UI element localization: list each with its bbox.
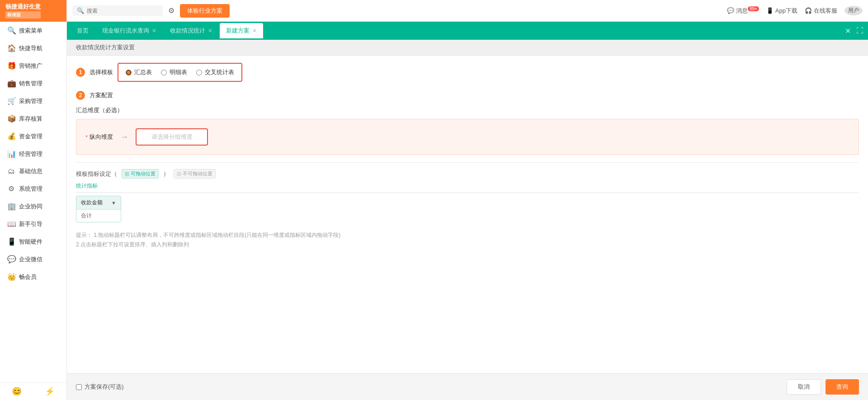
sidebar-item-basic-info[interactable]: 🗂基础信息 [0,163,66,180]
expand-icon[interactable]: ⛶ [855,26,864,36]
template-select-box: 汇总表 明细表 交叉统计表 [118,63,242,82]
sidebar-items-container: 🔍搜索菜单🏠快捷导航🎁营销推广💼销售管理🛒采购管理📦库存核算💰资金管理📊经营管理… [0,22,66,286]
sidebar-icon-enterprise: 🏢 [7,202,15,211]
sidebar-label-marketing: 营销推广 [19,62,42,70]
industry-btn[interactable]: 体验行业方案 [180,4,230,18]
app-download-btn[interactable]: 📱 App下载 [766,7,797,15]
tab-close-receipt-stats[interactable]: ✕ [208,28,212,34]
sidebar-icon-guide: 📖 [7,220,15,228]
sidebar-item-sales[interactable]: 💼销售管理 [0,75,66,92]
online-service-btn[interactable]: 🎧 在线客服 [805,7,837,15]
vertical-dim-label: * 纵向维度 [85,133,113,141]
tab-close-bank-flow[interactable]: ✕ [152,28,156,34]
sidebar-label-member: 畅会员 [19,273,37,281]
sidebar-item-wechat[interactable]: 💬企业微信 [0,250,66,268]
dimension-sub-title: 汇总维度（必选） [76,106,859,114]
close-window-icon[interactable]: ✕ [844,26,852,36]
sidebar-item-search[interactable]: 🔍搜索菜单 [0,22,66,39]
app-icon: 📱 [766,7,774,14]
sidebar-label-operations: 经营管理 [19,150,42,158]
notification-btn[interactable]: 💬 消息 99+ [727,7,759,15]
save-label: 方案保存(可选) [85,383,124,391]
topbar: 🔍 ⚙ 体验行业方案 💬 消息 99+ 📱 App下载 🎧 在线客服 用户 [67,0,868,22]
sidebar-label-wechat: 企业微信 [19,255,42,264]
sidebar-label-guide: 新手引导 [19,220,42,228]
sidebar-icon-member: 👑 [7,273,15,281]
sidebar-label-inventory: 库存核算 [19,115,42,123]
sidebar-item-quick-nav[interactable]: 🏠快捷导航 [0,39,66,57]
radio-detail-label: 明细表 [170,68,187,76]
tab-label-new-plan: 新建方案 [226,27,250,35]
sidebar-label-sales: 销售管理 [19,80,42,88]
sidebar-bottom-icon2[interactable]: ⚡ [45,386,55,396]
radio-summary[interactable]: 汇总表 [126,68,152,76]
step2-title: 方案配置 [90,91,113,99]
sidebar-item-purchase[interactable]: 🛒采购管理 [0,92,66,110]
tab-home[interactable]: 首页 [71,23,95,38]
step2-number: 2 [76,91,85,100]
metrics-section: 模板指标设定（ 可拖动位置 ） 不可拖动位置 [76,162,859,222]
tab-new-plan[interactable]: 新建方案✕ [220,23,263,38]
sidebar-item-funds[interactable]: 💰资金管理 [0,127,66,145]
radio-detail-input[interactable] [161,70,167,75]
page-title: 收款情况统计方案设置 [67,40,868,56]
sidebar-item-marketing[interactable]: 🎁营销推广 [0,57,66,75]
version-badge: 标准版 [5,11,41,19]
sidebar-item-smart-hw[interactable]: 📱智能硬件 [0,233,66,250]
tip-line-1: 提示： 1.拖动标题栏可以调整布局，不可跨维度或指标区域拖动栏目段(只能在同一维… [76,231,859,239]
sidebar-item-inventory[interactable]: 📦库存核算 [0,110,66,127]
save-checkbox[interactable] [76,384,82,390]
logo-text: 畅捷通好生意 [5,3,41,10]
sidebar-icon-purchase: 🛒 [7,97,15,105]
sidebar-icon-operations: 📊 [7,150,15,158]
sidebar-icon-funds: 💰 [7,132,15,141]
dimension-area: * 纵向维度 → 请选择分组维度 [76,119,859,155]
footer-actions: 取消 查询 [787,379,859,395]
step1-title: 选择模板 [90,68,113,76]
sidebar: 畅捷通好生意 标准版 🔍搜索菜单🏠快捷导航🎁营销推广💼销售管理🛒采购管理📦库存核… [0,0,67,400]
tab-close-new-plan[interactable]: ✕ [252,28,257,34]
tab-receipt-stats[interactable]: 收款情况统计✕ [164,23,219,38]
step2-header: 2 方案配置 [76,91,859,100]
save-option[interactable]: 方案保存(可选) [76,383,124,391]
radio-crosstab-input[interactable] [196,70,202,75]
tab-label-bank-flow: 现金银行流水查询 [102,27,149,35]
stats-item-row: 合计 [76,210,121,222]
sidebar-label-search: 搜索菜单 [19,27,42,35]
sidebar-bottom-icon1[interactable]: 😊 [12,386,22,396]
radio-summary-input[interactable] [126,70,132,75]
tabbar: 首页现金银行流水查询✕收款情况统计✕新建方案✕ ✕ ⛶ [67,22,868,40]
radio-detail[interactable]: 明细表 [161,68,187,76]
tip-line-2: 2.点击标题栏下拉可设置排序、插入列和删除列 [76,241,859,249]
tab-bank-flow[interactable]: 现金银行流水查询✕ [96,23,163,38]
sidebar-item-system[interactable]: ⚙系统管理 [0,180,66,198]
dimension-select-box[interactable]: 请选择分组维度 [136,128,208,146]
required-mark: * [85,134,88,141]
radio-crosstab-label: 交叉统计表 [205,68,234,76]
dimension-row: * 纵向维度 → 请选择分组维度 [85,128,849,146]
service-icon: 🎧 [805,7,812,14]
search-box[interactable]: 🔍 [72,5,163,16]
settings-icon[interactable]: ⚙ [168,6,175,15]
cancel-button[interactable]: 取消 [787,379,821,395]
non-draggable-tag: 不可拖动位置 [174,169,216,179]
sidebar-item-operations[interactable]: 📊经营管理 [0,145,66,163]
user-avatar[interactable]: 用户 [844,6,863,15]
notification-badge: 99+ [748,6,759,11]
sidebar-icon-inventory: 📦 [7,114,15,123]
search-input[interactable] [87,8,150,14]
radio-crosstab[interactable]: 交叉统计表 [196,68,234,76]
stats-item-header[interactable]: 收款金额 ▼ [76,196,121,210]
tab-label-home: 首页 [77,27,89,35]
sidebar-icon-search: 🔍 [7,26,15,35]
sidebar-item-enterprise[interactable]: 🏢企业协同 [0,198,66,215]
step1-number: 1 [76,68,85,77]
dropdown-icon[interactable]: ▼ [111,200,116,206]
sidebar-item-member[interactable]: 👑畅会员 [0,268,66,286]
config-section: 汇总维度（必选） * 纵向维度 → 请选择分组维度 [76,106,859,249]
query-button[interactable]: 查询 [826,379,859,395]
step1-section: 1 选择模板 汇总表 明细表 交叉统计表 [76,63,859,82]
tips-section: 提示： 1.拖动标题栏可以调整布局，不可跨维度或指标区域拖动栏目段(只能在同一维… [76,231,859,249]
sidebar-item-guide[interactable]: 📖新手引导 [0,215,66,233]
sidebar-label-smart-hw: 智能硬件 [19,238,42,246]
